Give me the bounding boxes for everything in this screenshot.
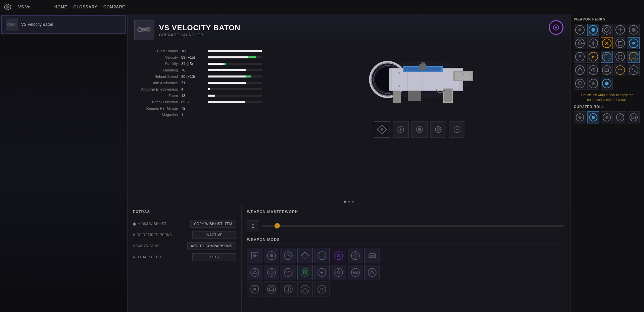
svg-rect-30 [408, 91, 421, 101]
mod-slot-17[interactable] [264, 281, 279, 297]
mod-slot-12[interactable] [314, 265, 330, 280]
svg-point-78 [284, 285, 292, 293]
perk-slot-10[interactable] [574, 51, 586, 63]
perk-slot-18[interactable] [614, 64, 626, 76]
stat-bar-4 [208, 75, 262, 77]
perk-slot-15[interactable] [574, 64, 586, 76]
weapon-perk-4[interactable] [449, 121, 465, 138]
nav-home[interactable]: HOME [54, 5, 67, 9]
mod-slot-20[interactable] [314, 281, 330, 297]
svg-point-69 [335, 268, 343, 276]
nav-compare[interactable]: COMPARE [103, 5, 125, 9]
svg-point-44 [438, 127, 439, 128]
svg-point-104 [629, 52, 638, 61]
reload-value-button[interactable]: 1.97s [192, 253, 236, 261]
perk-slot-7[interactable] [601, 37, 613, 49]
perk-slot-6[interactable] [587, 37, 599, 49]
curated-perk-0[interactable] [574, 111, 586, 123]
perk-slot-13[interactable] [614, 51, 626, 63]
perk-slot-17[interactable] [601, 64, 613, 76]
svg-point-51 [270, 254, 273, 257]
stat-label-9: Rounds Per Minute [134, 106, 181, 110]
perk-slot-8[interactable] [614, 37, 626, 49]
mod-slot-10[interactable] [281, 265, 296, 280]
svg-point-4 [7, 23, 10, 26]
nav-glossary[interactable]: GLOSSARY [73, 5, 97, 9]
perk-slot-11[interactable] [587, 51, 599, 63]
stat-bar-fill-3 [208, 69, 246, 71]
mod-slot-11[interactable] [297, 265, 313, 280]
mod-slot-9[interactable] [264, 265, 279, 280]
curated-perk-2[interactable] [601, 111, 613, 123]
stat-value-4: 80 (+10) [181, 74, 208, 79]
copy-wishlist-button[interactable]: COPY WISHLIST ITEM [190, 220, 236, 228]
stat-bar-bonus-1 [248, 56, 256, 58]
comparisons-label: COMPARISONS [133, 244, 160, 248]
mod-slot-5[interactable] [331, 248, 346, 263]
perk-slot-4[interactable] [628, 24, 640, 36]
svg-point-95 [616, 39, 625, 48]
perk-slot-20[interactable] [574, 77, 586, 90]
mod-slot-14[interactable] [348, 265, 363, 280]
perk-slot-0[interactable] [574, 24, 586, 36]
stat-bar-fill-4 [208, 75, 246, 77]
mod-slot-0[interactable] [247, 248, 262, 263]
mod-slot-18[interactable] [281, 281, 296, 297]
stat-bar-0 [208, 50, 262, 52]
weapon-header-icon [136, 22, 152, 38]
svg-rect-29 [393, 91, 401, 103]
stat-bar-fill-2 [208, 63, 224, 65]
mod-slot-2[interactable] [281, 248, 296, 263]
mod-slot-4[interactable] [314, 248, 330, 263]
perk-slot-1[interactable] [587, 24, 599, 36]
weapon-perk-3[interactable] [430, 121, 446, 138]
weapon-perk-intrinsic[interactable] [374, 121, 390, 138]
stat-value-1: 89 (+15) [181, 55, 208, 59]
mod-slot-1[interactable] [264, 248, 279, 263]
mw-slider[interactable] [262, 225, 564, 227]
mod-slot-6[interactable] [348, 248, 363, 263]
svg-rect-5 [14, 24, 16, 25]
mod-slot-13[interactable] [331, 265, 346, 280]
stat-row-3: Handling70 [134, 68, 262, 72]
perk-slot-22[interactable] [601, 77, 613, 90]
svg-point-112 [629, 66, 638, 74]
mod-slot-3[interactable] [297, 248, 313, 263]
svg-point-114 [634, 70, 636, 72]
stat-bar-bonus-2 [224, 63, 226, 65]
perk-slot-9[interactable] [628, 37, 640, 49]
extras-row-comparisons: COMPARISONS ADD TO COMPARISONS [133, 242, 236, 250]
svg-point-102 [606, 54, 607, 55]
perk-slot-12[interactable] [601, 51, 613, 63]
perk-slot-2[interactable] [601, 24, 613, 36]
inactive-button[interactable]: INACTIVE [192, 231, 236, 239]
svg-point-35 [462, 74, 464, 75]
perk-slot-19[interactable] [628, 64, 640, 76]
curated-perk-1[interactable] [587, 111, 599, 123]
stat-bar-1 [208, 56, 262, 58]
svg-point-12 [555, 27, 557, 29]
weapon-icon-box [134, 20, 154, 40]
perk-slot-14[interactable] [628, 51, 640, 63]
mod-slot-15[interactable] [364, 265, 380, 280]
stat-bar-fill-1 [208, 56, 248, 58]
perk-slot-21[interactable] [587, 77, 599, 90]
svg-point-126 [630, 114, 638, 121]
mod-slot-7[interactable] [364, 248, 380, 263]
weapon-perk-2[interactable] [411, 121, 428, 138]
mod-slot-16[interactable] [247, 281, 262, 297]
perk-slot-3[interactable] [614, 24, 626, 36]
sidebar-item-0[interactable]: VS Velocity Baton [1, 15, 126, 34]
weapon-perk-1[interactable] [393, 121, 409, 138]
curated-perk-4[interactable] [628, 111, 640, 123]
stat-label-10: Magazine [134, 113, 181, 117]
perk-slot-16[interactable] [587, 64, 599, 76]
mod-slot-8[interactable] [247, 265, 262, 280]
search-input[interactable] [18, 4, 45, 9]
perk-slot-5[interactable] [574, 37, 586, 49]
add-to-comparisons-button[interactable]: ADD TO COMPARISONS [187, 242, 236, 250]
curated-perk-3[interactable] [614, 111, 626, 123]
stat-row-8: Recoil Direction69◄ [134, 100, 262, 104]
mod-slot-19[interactable] [297, 281, 313, 297]
svg-point-41 [419, 129, 420, 130]
